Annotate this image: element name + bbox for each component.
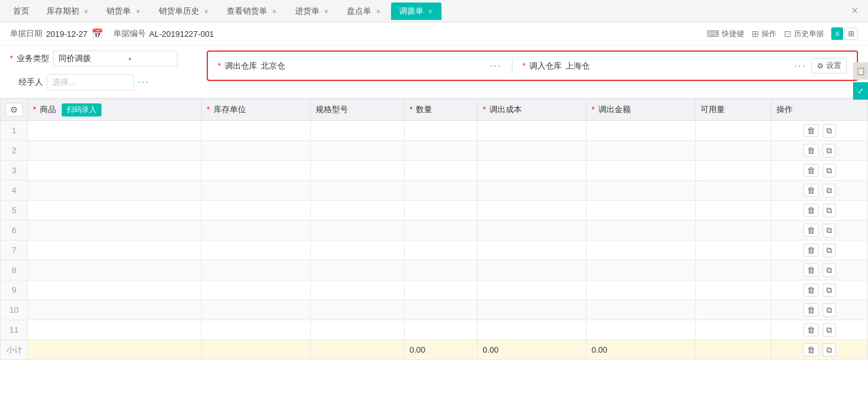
settings-button[interactable]: ⚙ 设置 xyxy=(811,58,847,74)
row-unit-11[interactable] xyxy=(201,320,310,340)
row-delete-button-3[interactable]: 🗑 xyxy=(803,164,819,177)
row-copy-button-8[interactable]: ⧉ xyxy=(823,264,836,277)
row-product-5[interactable] xyxy=(28,201,202,221)
row-delete-button-8[interactable]: 🗑 xyxy=(803,264,819,277)
row-cost-6[interactable] xyxy=(478,221,587,240)
row-qty-10[interactable] xyxy=(404,300,478,320)
tab-sales-history[interactable]: 销货单历史 × xyxy=(151,2,217,20)
row-unit-2[interactable] xyxy=(201,141,310,161)
tab-inventory-init-close[interactable]: × xyxy=(83,7,89,15)
subtotal-copy-button[interactable]: ⧉ xyxy=(823,343,836,357)
row-product-8[interactable] xyxy=(28,260,202,280)
row-amount-1[interactable] xyxy=(586,121,695,141)
row-spec-6[interactable] xyxy=(310,221,404,240)
row-amount-8[interactable] xyxy=(586,260,695,280)
row-delete-button-6[interactable]: 🗑 xyxy=(803,224,819,237)
row-unit-6[interactable] xyxy=(201,221,310,240)
sidebar-note-button[interactable]: 📋 xyxy=(853,62,868,80)
sidebar-expand-button[interactable]: ⤢ xyxy=(853,82,868,100)
row-amount-3[interactable] xyxy=(586,161,695,181)
row-qty-5[interactable] xyxy=(404,201,478,221)
window-close-button[interactable]: × xyxy=(846,2,863,20)
row-delete-button-7[interactable]: 🗑 xyxy=(803,244,819,257)
row-qty-8[interactable] xyxy=(404,260,478,280)
row-spec-2[interactable] xyxy=(310,141,404,161)
row-qty-6[interactable] xyxy=(404,221,478,240)
row-spec-5[interactable] xyxy=(310,201,404,221)
row-copy-button-5[interactable]: ⧉ xyxy=(823,204,836,217)
row-product-11[interactable] xyxy=(28,320,202,340)
tab-view-sales[interactable]: 查看销货单 × xyxy=(219,2,285,20)
row-amount-7[interactable] xyxy=(586,240,695,260)
row-unit-4[interactable] xyxy=(201,181,310,201)
tab-transfer-close[interactable]: × xyxy=(427,7,433,15)
row-qty-7[interactable] xyxy=(404,240,478,260)
subtotal-delete-button[interactable]: 🗑 xyxy=(803,343,819,356)
row-copy-button-4[interactable]: ⧉ xyxy=(823,184,836,198)
row-copy-button-3[interactable]: ⧉ xyxy=(823,164,836,178)
row-product-2[interactable] xyxy=(28,141,202,161)
row-spec-3[interactable] xyxy=(310,161,404,181)
row-product-1[interactable] xyxy=(28,121,202,141)
row-cost-5[interactable] xyxy=(478,201,587,221)
row-unit-1[interactable] xyxy=(201,121,310,141)
person-more-button[interactable]: ··· xyxy=(138,77,149,88)
row-amount-2[interactable] xyxy=(586,141,695,161)
row-copy-button-11[interactable]: ⧉ xyxy=(823,323,836,337)
row-amount-9[interactable] xyxy=(586,280,695,300)
row-amount-10[interactable] xyxy=(586,300,695,320)
tab-inventory-check[interactable]: 盘点单 × xyxy=(339,2,389,20)
row-copy-button-7[interactable]: ⧉ xyxy=(823,244,836,257)
row-qty-3[interactable] xyxy=(404,161,478,181)
row-cost-7[interactable] xyxy=(478,240,587,260)
in-warehouse-more-button[interactable]: ··· xyxy=(795,60,806,72)
row-cost-9[interactable] xyxy=(478,280,587,300)
row-cost-11[interactable] xyxy=(478,320,587,340)
row-unit-9[interactable] xyxy=(201,280,310,300)
row-product-4[interactable] xyxy=(28,181,202,201)
row-unit-3[interactable] xyxy=(201,161,310,181)
scan-entry-button[interactable]: 扫码录入 xyxy=(62,103,101,117)
row-qty-4[interactable] xyxy=(404,181,478,201)
row-spec-10[interactable] xyxy=(310,300,404,320)
row-copy-button-9[interactable]: ⧉ xyxy=(823,283,836,297)
row-cost-2[interactable] xyxy=(478,141,587,161)
tab-view-sales-close[interactable]: × xyxy=(271,7,277,15)
row-unit-7[interactable] xyxy=(201,240,310,260)
row-delete-button-4[interactable]: 🗑 xyxy=(803,184,819,197)
biz-type-select[interactable]: 同价调拨 ▾ xyxy=(53,50,177,67)
calendar-icon[interactable]: 📅 xyxy=(92,28,103,39)
row-delete-button-2[interactable]: 🗑 xyxy=(803,144,819,157)
row-spec-1[interactable] xyxy=(310,121,404,141)
tab-transfer[interactable]: 调拨单 × xyxy=(391,2,441,20)
row-delete-button-9[interactable]: 🗑 xyxy=(803,283,819,297)
tab-purchase[interactable]: 进货单 × xyxy=(287,2,337,20)
tab-sales-history-close[interactable]: × xyxy=(203,7,209,15)
row-copy-button-6[interactable]: ⧉ xyxy=(823,224,836,237)
person-input[interactable]: 选择... xyxy=(47,74,134,90)
row-product-3[interactable] xyxy=(28,161,202,181)
row-unit-8[interactable] xyxy=(201,260,310,280)
row-unit-5[interactable] xyxy=(201,201,310,221)
row-qty-1[interactable] xyxy=(404,121,478,141)
row-amount-5[interactable] xyxy=(586,201,695,221)
row-qty-9[interactable] xyxy=(404,280,478,300)
grid-view-button[interactable]: ≡ xyxy=(831,27,843,40)
row-delete-button-10[interactable]: 🗑 xyxy=(803,303,819,316)
row-spec-9[interactable] xyxy=(310,280,404,300)
row-amount-4[interactable] xyxy=(586,181,695,201)
row-copy-button-2[interactable]: ⧉ xyxy=(823,144,836,158)
row-product-9[interactable] xyxy=(28,280,202,300)
row-cost-3[interactable] xyxy=(478,161,587,181)
row-unit-10[interactable] xyxy=(201,300,310,320)
row-copy-button-10[interactable]: ⧉ xyxy=(823,303,836,317)
row-amount-11[interactable] xyxy=(586,320,695,340)
table-settings-button[interactable]: ⚙ xyxy=(6,103,22,117)
tab-purchase-close[interactable]: × xyxy=(323,7,329,15)
shortcuts-button[interactable]: ⌨ 快捷键 xyxy=(707,29,744,39)
row-delete-button-1[interactable]: 🗑 xyxy=(803,124,819,137)
row-product-6[interactable] xyxy=(28,221,202,240)
row-product-7[interactable] xyxy=(28,240,202,260)
row-spec-4[interactable] xyxy=(310,181,404,201)
out-warehouse-more-button[interactable]: ··· xyxy=(490,60,502,72)
